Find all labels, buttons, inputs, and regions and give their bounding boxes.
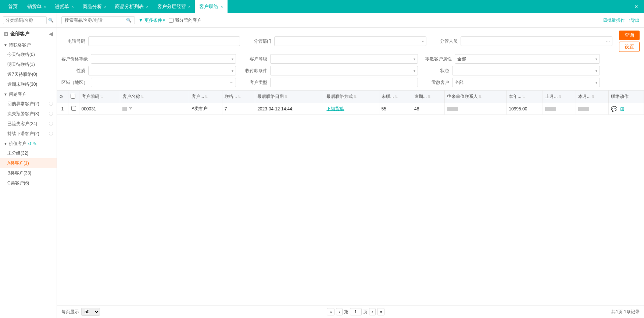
next-page-button[interactable]: › — [369, 308, 376, 315]
dept-select[interactable]: ▾ — [274, 36, 426, 46]
info-icon-3: ⓘ — [49, 121, 53, 127]
main-search-box[interactable]: 🔍 — [61, 16, 135, 24]
contact2-color-bar — [447, 107, 458, 111]
close-purchase-icon[interactable]: × — [71, 4, 74, 9]
close-sales-icon[interactable]: × — [44, 4, 46, 9]
last-method-link[interactable]: 下销货单 — [326, 106, 344, 111]
sort-this-month-icon[interactable]: ⇅ — [591, 95, 594, 99]
last-month-bar — [545, 107, 556, 111]
sidebar-item-tomorrow-pending[interactable]: 明天待联络(1) — [0, 60, 57, 70]
sidebar-item-unclassified[interactable]: 未分组(32) — [0, 148, 57, 158]
page-size-select[interactable]: 50 20 100 — [81, 308, 100, 316]
nav-item-home[interactable]: 首页 — [3, 0, 23, 13]
sort-contact2-icon[interactable]: ⇅ — [479, 95, 482, 99]
sort-code-icon[interactable]: ⇅ — [100, 95, 103, 99]
content-area: 🔍 ▼ 更多条件 ▾ 我分管的客户 ☑ 批量操作 ↑ 导出 — [57, 13, 644, 318]
sidebar-search-button[interactable]: 🔍 — [48, 18, 54, 23]
sidebar-item-7days-pending[interactable]: 近7天待联络(0) — [0, 70, 57, 80]
close-goods-analysis-icon[interactable]: × — [104, 4, 106, 9]
phone-input[interactable] — [88, 36, 240, 46]
nav-item-customer-contact[interactable]: 客户联络 × — [195, 0, 227, 13]
more-conditions-button[interactable]: ▼ 更多条件 ▾ — [139, 17, 165, 24]
sidebar-collapse-icon[interactable]: ◀ — [49, 31, 53, 37]
nav-item-customer-tier[interactable]: 客户分层经营 × — [153, 0, 195, 13]
scatter-select[interactable]: 全部 ▾ — [452, 78, 600, 87]
export-button[interactable]: ↑ 导出 — [629, 17, 640, 24]
setting-button[interactable]: 设置 — [619, 42, 640, 52]
sort-type-icon[interactable]: ⇅ — [205, 95, 208, 99]
main-search-input[interactable] — [65, 18, 126, 23]
filter-dept: 分管部门 ▾ — [247, 36, 426, 46]
sidebar-item-churned[interactable]: 已流失客户(24) ⓘ — [0, 119, 57, 129]
filter-manager: 分管人员 ··· — [434, 36, 612, 46]
payment-select[interactable]: ▾ — [270, 66, 418, 75]
main-search-icon[interactable]: 🔍 — [126, 18, 132, 23]
nav-item-goods-analysis-list[interactable]: 商品分析列表 × — [111, 0, 153, 13]
close-all-button[interactable]: × — [631, 3, 641, 11]
sort-contact-icon[interactable]: ⇅ — [238, 95, 241, 99]
th-gear[interactable]: ⚙ — [57, 91, 68, 103]
sort-this-year-icon[interactable]: ⇅ — [522, 95, 525, 99]
value-arrow-icon: ▼ — [4, 142, 7, 146]
th-contact: 联络... ⇅ — [222, 91, 255, 103]
table-row: 1 000031 ？ — [57, 103, 644, 115]
close-customer-tier-icon[interactable]: × — [188, 4, 190, 9]
batch-op-button[interactable]: ☑ 批量操作 — [603, 17, 625, 24]
sidebar-item-churn-warning[interactable]: 流失预警客户(3) ⓘ — [0, 109, 57, 119]
last-page-button[interactable]: » — [377, 308, 385, 315]
sidebar-item-declining[interactable]: 持续下滑客户(2) ⓘ — [0, 129, 57, 139]
qrcode-action-icon[interactable]: ⊞ — [620, 106, 625, 112]
nature-select[interactable]: ▾ — [88, 66, 236, 75]
scatter-attr-select[interactable]: 全部 ▾ — [455, 54, 600, 64]
sort-overdue-icon[interactable]: ⇅ — [427, 95, 430, 99]
my-customers-checkbox-label[interactable]: 我分管的客户 — [169, 17, 201, 24]
page-number-input[interactable] — [350, 308, 362, 315]
nav-item-goods-analysis[interactable]: 商品分析 × — [78, 0, 111, 13]
customer-type-select[interactable] — [270, 78, 418, 87]
sort-last-method-icon[interactable]: ⇅ — [354, 95, 357, 99]
sidebar: 🔍 ⊞ 全部客户 ◀ ▼ 待联络客户 今天待联络(0) 明天待联络(1) 近7天… — [0, 13, 57, 318]
row-checkbox[interactable] — [71, 106, 76, 111]
nav-label-goods-analysis-list: 商品分析列表 — [115, 3, 144, 10]
sidebar-search-input[interactable] — [3, 16, 47, 24]
status-select[interactable]: ▾ — [452, 66, 600, 75]
sidebar-item-class-b[interactable]: B类客户(33) — [0, 168, 57, 178]
my-customers-checkbox[interactable] — [169, 18, 173, 23]
nature-chevron-icon: ▾ — [232, 69, 233, 73]
sidebar-item-class-c[interactable]: C类客户(6) — [0, 178, 57, 188]
close-customer-contact-icon[interactable]: × — [221, 4, 223, 9]
filter-nature: 性质 ▾ — [61, 66, 236, 75]
nature-label: 性质 — [61, 68, 85, 74]
value-group-refresh-icon[interactable]: ↺ — [28, 141, 32, 146]
sort-last-date-icon[interactable]: ⇅ — [285, 95, 287, 99]
gear-icon[interactable]: ⚙ — [59, 94, 63, 99]
th-code: 客户编码 ⇅ — [79, 91, 120, 103]
sidebar-item-today-pending[interactable]: 今天待联络(0) — [0, 50, 57, 60]
region-select[interactable]: ··· — [91, 78, 236, 87]
query-button[interactable]: 查询 — [619, 31, 640, 40]
sort-last-month-icon[interactable]: ⇅ — [558, 95, 561, 99]
price-tier-select[interactable]: ▾ — [91, 54, 236, 64]
customer-tier-select[interactable]: ▾ — [270, 54, 418, 64]
chat-action-icon[interactable]: 💬 — [611, 106, 617, 112]
td-checkbox[interactable] — [68, 103, 79, 115]
sort-uncontacted-icon[interactable]: ⇅ — [395, 95, 398, 99]
close-goods-analysis-list-icon[interactable]: × — [146, 4, 148, 9]
manager-select[interactable]: ··· — [461, 36, 612, 46]
table-container: ⚙ 客户编码 ⇅ 客户名称 — [57, 91, 644, 305]
nav-item-purchase[interactable]: 进货单 × — [50, 0, 78, 13]
top-nav: 首页 销货单 × 进货单 × 商品分析 × 商品分析列表 × 客户分层经营 × … — [0, 0, 644, 13]
pending-arrow-icon: ▼ — [4, 43, 7, 47]
sidebar-item-overdue-pending[interactable]: 逾期未联络(30) — [0, 80, 57, 89]
value-group-edit-icon[interactable]: ✎ — [33, 141, 37, 146]
prev-page-button[interactable]: ‹ — [336, 308, 343, 315]
nav-item-sales[interactable]: 销货单 × — [23, 0, 50, 13]
sidebar-all-customers-label[interactable]: 全部客户 — [10, 31, 29, 37]
sort-name-icon[interactable]: ⇅ — [141, 95, 144, 99]
td-index: 1 — [57, 103, 68, 115]
first-page-button[interactable]: « — [327, 308, 334, 315]
sidebar-item-class-a[interactable]: A类客户(1) — [0, 158, 57, 168]
price-tier-label: 客户价格等级 — [61, 56, 88, 62]
sidebar-item-repurchase-abnormal[interactable]: 回购异常客户(2) ⓘ — [0, 99, 57, 109]
select-all-checkbox[interactable] — [71, 94, 75, 99]
